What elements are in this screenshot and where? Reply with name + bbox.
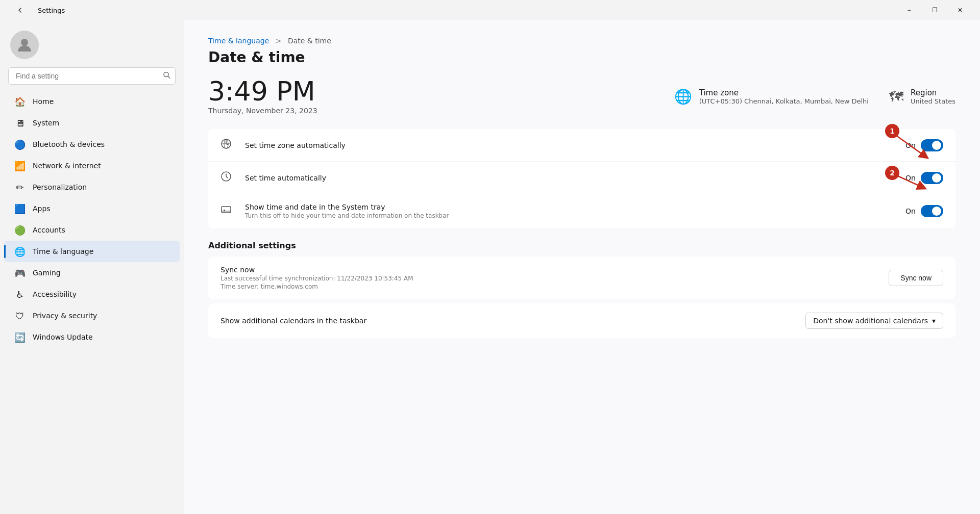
sidebar-profile bbox=[0, 20, 184, 67]
sidebar-item-accounts[interactable]: 🟢 Accounts bbox=[4, 219, 180, 241]
region-label: Region bbox=[911, 88, 955, 97]
timezone-auto-right: On bbox=[905, 139, 943, 151]
search-icon bbox=[163, 71, 170, 81]
nav-label-system: System bbox=[33, 119, 59, 127]
minimize-button[interactable]: − bbox=[897, 2, 921, 18]
tray-desc: Turn this off to hide your time and date… bbox=[245, 212, 897, 219]
additional-settings-title: Additional settings bbox=[208, 241, 955, 250]
timezone-info: Time zone (UTC+05:30) Chennai, Kolkata, … bbox=[699, 88, 869, 105]
nav-icon-personalization: ✏️ bbox=[14, 182, 26, 193]
back-button[interactable] bbox=[8, 2, 32, 18]
svg-rect-11 bbox=[224, 210, 225, 211]
timezone-auto-toggle[interactable] bbox=[921, 139, 943, 151]
timezone-label: Time zone bbox=[699, 88, 869, 97]
page-title: Date & time bbox=[208, 49, 955, 66]
breadcrumb-separator: > bbox=[276, 37, 282, 45]
nav-label-privacy-security: Privacy & security bbox=[33, 312, 97, 320]
nav-icon-privacy-security: 🛡 bbox=[14, 310, 26, 321]
svg-line-2 bbox=[168, 76, 170, 79]
time-auto-label: Set time automatically bbox=[245, 174, 897, 182]
avatar[interactable] bbox=[10, 31, 39, 59]
sidebar-item-bluetooth[interactable]: 🔵 Bluetooth & devices bbox=[4, 134, 180, 155]
calendar-row: Show additional calendars in the taskbar… bbox=[208, 303, 955, 338]
breadcrumb-current: Date & time bbox=[288, 37, 331, 45]
time-auto-text: Set time automatically bbox=[245, 174, 897, 182]
tray-right: On bbox=[905, 205, 943, 217]
sync-title: Sync now bbox=[220, 266, 880, 274]
timezone-auto-on-label: On bbox=[905, 141, 916, 149]
current-time-block: 3:49 PM Thursday, November 23, 2023 bbox=[208, 78, 654, 115]
calendar-label: Show additional calendars in the taskbar bbox=[220, 317, 797, 325]
nav-icon-accessibility: ♿ bbox=[14, 289, 26, 300]
tray-icon bbox=[220, 204, 237, 218]
sidebar-item-accessibility[interactable]: ♿ Accessibility bbox=[4, 284, 180, 305]
timezone-icon: 🌐 bbox=[674, 88, 692, 105]
sidebar-item-windows-update[interactable]: 🔄 Windows Update bbox=[4, 326, 180, 348]
nav-icon-system: 🖥 bbox=[14, 117, 26, 128]
setting-row-time-auto: Set time automatically On bbox=[208, 162, 955, 194]
nav-icon-apps: 🟦 bbox=[14, 203, 26, 214]
sidebar: 🏠 Home 🖥 System 🔵 Bluetooth & devices 📶 … bbox=[0, 20, 184, 514]
nav-label-accounts: Accounts bbox=[33, 226, 65, 234]
timezone-auto-text: Set time zone automatically bbox=[245, 141, 897, 149]
sidebar-item-privacy-security[interactable]: 🛡 Privacy & security bbox=[4, 305, 180, 326]
time-auto-on-label: On bbox=[905, 174, 916, 182]
sync-sub2: Time server: time.windows.com bbox=[220, 283, 880, 290]
nav-label-gaming: Gaming bbox=[33, 269, 61, 277]
settings-area: 1 Set time zone automatically On bbox=[208, 129, 955, 228]
region-block: 🗺 Region United States bbox=[889, 88, 955, 105]
timezone-block: 🌐 Time zone (UTC+05:30) Chennai, Kolkata… bbox=[674, 88, 869, 105]
nav-label-network: Network & internet bbox=[33, 162, 101, 170]
nav-list: 🏠 Home 🖥 System 🔵 Bluetooth & devices 📶 … bbox=[0, 91, 184, 348]
region-info: Region United States bbox=[911, 88, 955, 105]
nav-label-bluetooth: Bluetooth & devices bbox=[33, 140, 105, 148]
sidebar-item-home[interactable]: 🏠 Home bbox=[4, 91, 180, 112]
sync-row: Sync now Last successful time synchroniz… bbox=[208, 256, 955, 299]
svg-rect-9 bbox=[222, 207, 231, 213]
time-auto-right: On bbox=[905, 172, 943, 184]
tray-toggle[interactable] bbox=[921, 205, 943, 217]
sidebar-item-system[interactable]: 🖥 System bbox=[4, 112, 180, 134]
sidebar-item-time-language[interactable]: 🌐 Time & language bbox=[4, 241, 180, 262]
region-value: United States bbox=[911, 97, 955, 105]
annotation-badge-2: 2 bbox=[885, 166, 899, 180]
sync-now-button[interactable]: Sync now bbox=[889, 270, 943, 286]
sidebar-item-network[interactable]: 📶 Network & internet bbox=[4, 155, 180, 176]
current-time: 3:49 PM bbox=[208, 78, 654, 105]
nav-icon-bluetooth: 🔵 bbox=[14, 139, 26, 150]
tray-on-label: On bbox=[905, 207, 916, 215]
breadcrumb-parent[interactable]: Time & language bbox=[208, 37, 269, 45]
main-content: Time & language > Date & time Date & tim… bbox=[184, 20, 980, 514]
nav-label-windows-update: Windows Update bbox=[33, 333, 93, 341]
sidebar-item-personalization[interactable]: ✏️ Personalization bbox=[4, 176, 180, 198]
sidebar-item-apps[interactable]: 🟦 Apps bbox=[4, 198, 180, 219]
sync-sub1: Last successful time synchronization: 11… bbox=[220, 275, 880, 282]
close-button[interactable]: ✕ bbox=[948, 2, 972, 18]
calendar-dropdown[interactable]: Don't show additional calendars ▾ bbox=[805, 313, 943, 329]
nav-icon-gaming: 🎮 bbox=[14, 267, 26, 278]
search-input[interactable] bbox=[8, 67, 176, 85]
time-auto-icon bbox=[220, 171, 237, 185]
nav-icon-home: 🏠 bbox=[14, 96, 26, 107]
maximize-button[interactable]: ❐ bbox=[923, 2, 946, 18]
sync-text: Sync now Last successful time synchroniz… bbox=[220, 266, 880, 290]
time-region-row: 3:49 PM Thursday, November 23, 2023 🌐 Ti… bbox=[208, 78, 955, 115]
setting-row-tray: Show time and date in the System tray Tu… bbox=[208, 194, 955, 228]
timezone-value: (UTC+05:30) Chennai, Kolkata, Mumbai, Ne… bbox=[699, 97, 869, 105]
timezone-auto-icon bbox=[220, 138, 237, 152]
title-bar: Settings − ❐ ✕ bbox=[0, 0, 980, 20]
svg-point-0 bbox=[21, 39, 28, 46]
nav-icon-time-language: 🌐 bbox=[14, 246, 26, 257]
nav-icon-windows-update: 🔄 bbox=[14, 331, 26, 343]
nav-icon-accounts: 🟢 bbox=[14, 224, 26, 236]
time-auto-toggle[interactable] bbox=[921, 172, 943, 184]
region-icon: 🗺 bbox=[889, 88, 903, 105]
app-body: 🏠 Home 🖥 System 🔵 Bluetooth & devices 📶 … bbox=[0, 20, 980, 514]
nav-icon-network: 📶 bbox=[14, 160, 26, 171]
sidebar-item-gaming[interactable]: 🎮 Gaming bbox=[4, 262, 180, 284]
calendar-dropdown-value: Don't show additional calendars bbox=[813, 317, 928, 325]
nav-label-personalization: Personalization bbox=[33, 183, 87, 191]
nav-label-time-language: Time & language bbox=[33, 247, 93, 255]
current-date: Thursday, November 23, 2023 bbox=[208, 107, 654, 115]
setting-row-timezone-auto: Set time zone automatically On bbox=[208, 129, 955, 162]
